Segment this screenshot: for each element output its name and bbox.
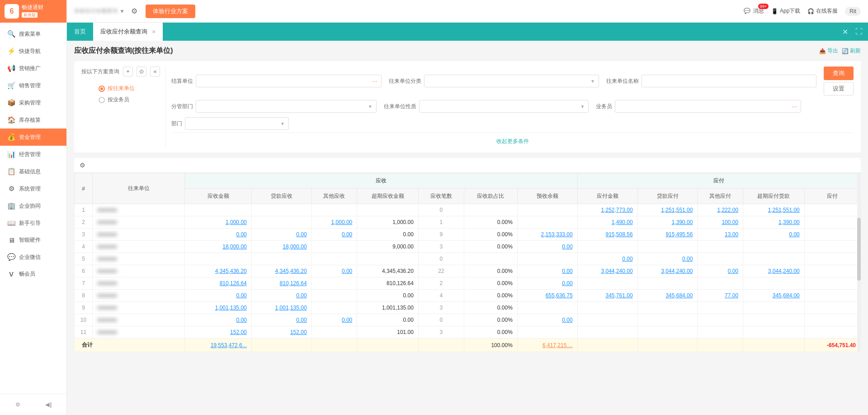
list-icon: 📋 (7, 167, 15, 176)
sidebar-item-guide[interactable]: 📖 新手引导 (0, 215, 66, 232)
messages-icon: 💬 (744, 8, 750, 14)
sidebar-item-hardware[interactable]: 🖥 智能硬件 (0, 232, 66, 248)
col-receivable-ratio: 应收款占比 (464, 189, 517, 204)
logo-area: 6 畅捷通财 标准版 (0, 0, 66, 23)
tab-bar-actions: ✕ ⛶ (840, 26, 868, 38)
refresh-button[interactable]: 🔄 刷新 (842, 47, 861, 55)
online-service[interactable]: 🎧 在线客服 (807, 7, 838, 15)
table-row: 8■■■■■■0.000.000.0040.00%655,636.75345,7… (75, 290, 861, 302)
sidebar-item-member[interactable]: V 畅会员 (0, 266, 66, 282)
sidebar-item-basicinfo[interactable]: 📋 基础信息 (0, 163, 66, 180)
user-avatar[interactable]: Rit (845, 7, 861, 16)
unit-name-input[interactable] (642, 75, 816, 87)
department-select[interactable]: ▼ (185, 117, 289, 130)
book-icon: 📖 (7, 219, 15, 227)
cart-icon: 🛒 (7, 81, 15, 90)
filter-collapse-button[interactable]: « (150, 67, 160, 76)
sidebar-item-search[interactable]: 🔍 搜索菜单 (0, 25, 66, 43)
sidebar-item-purchase[interactable]: 📦 采购管理 (0, 94, 66, 111)
sidebar-item-wechat[interactable]: 💬 企业微信 (0, 248, 66, 266)
box-icon: 📦 (7, 99, 15, 107)
query-button[interactable]: 查询 (824, 67, 854, 80)
sidebar-item-system[interactable]: ⚙ 系统管理 (0, 180, 66, 197)
salesperson-dots[interactable]: ··· (792, 103, 797, 110)
sidebar-settings-button[interactable]: ⚙ (5, 399, 32, 410)
col-payable-suffix: 应付 (804, 189, 860, 204)
breadcrumb-arrow[interactable]: ▼ (119, 8, 125, 14)
unit-nature-select[interactable]: ▼ (419, 100, 589, 113)
partner-name: ■■■■■■ (93, 229, 185, 241)
tab-active[interactable]: 应收应付余额查询 × (93, 23, 163, 41)
scheme-list: 按往来单位 按业务员 (81, 81, 160, 109)
sidebar-item-inventory[interactable]: 🏠 库存核算 (0, 111, 66, 129)
tab-bar: 首页 应收应付余额查询 × ✕ ⛶ (67, 23, 868, 41)
collapse-more-button[interactable]: 收起更多条件 (171, 136, 854, 147)
download-icon: 📱 (771, 8, 778, 14)
total-receivable[interactable]: 19,553,472,6... (185, 339, 251, 352)
dept-manager-arrow: ▼ (368, 104, 373, 109)
header-settings-icon[interactable]: ⚙ (131, 7, 137, 15)
col-receivable-group: 应收 (185, 173, 577, 189)
scheme-item-partner[interactable]: 按往来单位 (95, 83, 160, 94)
tab-home[interactable]: 首页 (67, 23, 93, 41)
filter-area: 按以下方案查询 + ⊙ « 按往来单位 (74, 61, 861, 153)
total-prepaid[interactable]: 6,417,215.... (517, 339, 577, 352)
dept-manager-select[interactable]: ▼ (196, 100, 377, 113)
tab-close-window-icon[interactable]: ✕ (840, 26, 850, 38)
table-row: 9■■■■■■1,001,135.001,001,135.001,001,135… (75, 302, 861, 314)
sidebar-item-marketing[interactable]: 📢 营销推广 (0, 60, 66, 77)
col-index: # (75, 173, 93, 204)
monitor-icon: 🖥 (7, 236, 15, 244)
salesperson-input[interactable]: ··· (615, 100, 801, 113)
tab-expand-icon[interactable]: ⛶ (854, 26, 864, 38)
home-icon: 🏠 (7, 116, 15, 124)
partner-name: ■■■■■■ (93, 253, 185, 265)
total-label: 合计 (75, 339, 185, 352)
unit-nature-arrow: ▼ (580, 104, 585, 109)
col-loan-receivable: 贷款应收 (251, 189, 311, 204)
settlement-unit-input[interactable]: ··· (196, 75, 382, 87)
flash-icon: ⚡ (7, 47, 15, 55)
messages-badge[interactable]: 💬 消息 99+ (744, 7, 764, 15)
dept-manager-label: 分管部门 (171, 103, 193, 110)
sidebar-item-quicknav[interactable]: ⚡ 快捷导航 (0, 43, 66, 60)
partner-name: ■■■■■■ (93, 302, 185, 314)
sidebar-collapse-button[interactable]: ◀‖ (35, 399, 62, 410)
col-other-receivable: 其他应收 (311, 189, 357, 204)
logo-icon: 6 (5, 4, 19, 19)
sidebar-menu: 🔍 搜索菜单 ⚡ 快捷导航 📢 营销推广 🛒 销售管理 📦 采购管理 🏠 库存核… (0, 23, 66, 394)
table-row: 3■■■■■■0.000.000.000.0090.00%2,153,333.0… (75, 229, 861, 241)
filter-set-button[interactable]: 设置 (824, 82, 854, 95)
sidebar-item-operations[interactable]: 📊 经营管理 (0, 146, 66, 163)
table-settings-icon[interactable]: ⚙ (80, 162, 85, 169)
total-overdue-payable: -654,751.40 (804, 339, 860, 352)
table-row: 10■■■■■■0.000.000.000.0000.00%0.00 (75, 314, 861, 326)
tab-close-icon[interactable]: × (152, 28, 156, 35)
filter-settings-icon: ⊙ (139, 68, 144, 75)
sidebar-item-sales[interactable]: 🛒 销售管理 (0, 77, 66, 94)
top-header: 应收应付余额查询 ▼ ⚙ 体验行业方案 💬 消息 99+ 📱 App下载 🎧 在… (67, 0, 868, 23)
scheme-item-salesperson[interactable]: 按业务员 (95, 94, 160, 105)
export-button[interactable]: 📤 导出 (819, 47, 838, 55)
col-receivable-count: 应收笔数 (418, 189, 464, 204)
filter-add-button[interactable]: + (123, 67, 133, 76)
table-row: 1■■■■■■01,252,773.001,251,551.001,222.00… (75, 204, 861, 216)
try-solution-button[interactable]: 体验行业方案 (146, 5, 195, 18)
partner-name: ■■■■■■ (93, 326, 185, 339)
unit-category-select[interactable]: ▼ (424, 75, 599, 87)
main-content: 应收应付余额查询(按往来单位) 📤 导出 🔄 刷新 按以下方案查询 (67, 41, 868, 415)
page-title: 应收应付余额查询(按往来单位) (74, 46, 173, 56)
logo-text: 畅捷通财 标准版 (22, 4, 43, 18)
service-icon: 🎧 (807, 8, 814, 14)
settlement-unit-dots[interactable]: ··· (372, 77, 377, 85)
header-right: 💬 消息 99+ 📱 App下载 🎧 在线客服 Rit (744, 7, 861, 16)
app-download[interactable]: 📱 App下载 (771, 7, 800, 15)
sidebar-item-enterprise[interactable]: 🏢 企业协同 (0, 197, 66, 215)
partner-name: ■■■■■■ (93, 216, 185, 229)
sidebar-footer: ⚙ ◀‖ (0, 394, 66, 415)
partner-name: ■■■■■■ (93, 204, 185, 216)
filter-settings-button[interactable]: ⊙ (137, 67, 146, 76)
export-icon: 📤 (819, 48, 826, 54)
sidebar-item-finance[interactable]: 💰 资金管理 (0, 129, 66, 146)
col-payable-amount: 应付金额 (577, 189, 637, 204)
